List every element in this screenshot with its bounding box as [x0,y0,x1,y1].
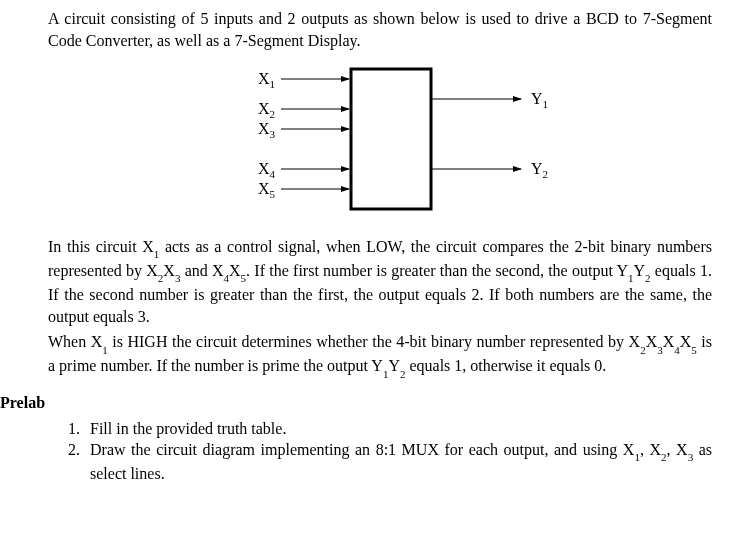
intro-text: A circuit consisting of 5 inputs and 2 o… [48,10,712,49]
list-body: Draw the circuit diagram implementing an… [90,439,712,485]
list-item: 2. Draw the circuit diagram implementing… [68,439,712,485]
description-paragraph-1: In this circuit X1 acts as a control sig… [48,236,712,327]
intro-paragraph: A circuit consisting of 5 inputs and 2 o… [48,8,712,51]
label-x4: X4 [258,160,276,180]
circuit-diagram: X1 X2 X3 X4 X5 Y1 Y2 [0,59,752,224]
label-x2: X2 [258,100,275,120]
description-paragraph-2: When X1 is HIGH the circuit determines w… [48,331,712,379]
list-number: 2. [68,439,90,485]
label-y1: Y1 [531,90,548,110]
list-item: 1. Fill in the provided truth table. [68,418,712,440]
diagram-svg: X1 X2 X3 X4 X5 Y1 Y2 [176,59,576,224]
label-x3: X3 [258,120,276,140]
prelab-heading: Prelab [0,394,752,412]
svg-rect-0 [351,69,431,209]
list-body: Fill in the provided truth table. [90,418,712,440]
label-x1: X1 [258,70,275,90]
label-y2: Y2 [531,160,548,180]
label-x5: X5 [258,180,276,200]
list-number: 1. [68,418,90,440]
prelab-list: 1. Fill in the provided truth table. 2. … [0,418,752,485]
